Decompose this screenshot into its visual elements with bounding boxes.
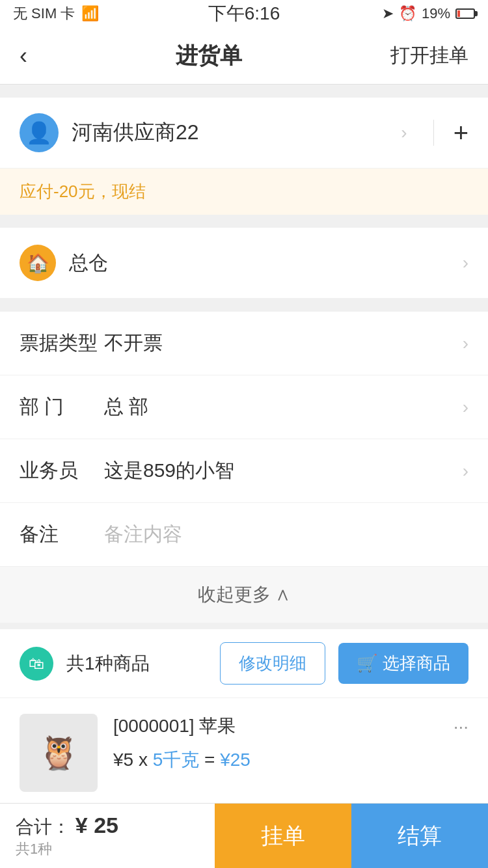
- total-amount: ¥ 25: [75, 813, 118, 837]
- top-divider: [0, 85, 488, 98]
- total-count: 共1种: [16, 839, 199, 859]
- invoice-type-chevron-icon: ›: [463, 333, 468, 354]
- remark-label: 备注: [20, 521, 104, 548]
- products-header: 🛍 共1种商品 修改明细 🛒 选择商品: [0, 629, 488, 698]
- supplier-divider: [433, 120, 434, 146]
- remark-row[interactable]: 备注 备注内容: [0, 503, 488, 567]
- department-chevron-icon: ›: [463, 397, 468, 418]
- page-title: 进货单: [176, 41, 242, 71]
- alarm-icon: ⏰: [399, 5, 416, 22]
- edit-detail-button[interactable]: 修改明细: [220, 642, 325, 685]
- wifi-icon: 📶: [81, 5, 99, 22]
- person-icon: 👤: [26, 120, 52, 145]
- total-label: 合计：: [16, 817, 70, 837]
- product-title: 苹果: [199, 716, 236, 736]
- warehouse-label: 总仓: [69, 250, 463, 277]
- nav-bar: ‹ 进货单 打开挂单: [0, 27, 488, 85]
- divider-2: [0, 299, 488, 312]
- product-equals: =: [199, 750, 220, 770]
- supplier-section: 👤 河南供应商22 › + 应付-20元，现结: [0, 98, 488, 215]
- status-left: 无 SIM 卡 📶: [13, 4, 99, 23]
- product-unit-price: ¥5 x: [113, 750, 153, 770]
- collapse-row[interactable]: 收起更多 ∧: [0, 567, 488, 623]
- supplier-name: 河南供应商22: [72, 118, 401, 147]
- battery-icon: [455, 8, 475, 19]
- product-name: [0000001] 苹果: [113, 714, 438, 739]
- total-row: 合计： ¥ 25: [16, 813, 199, 839]
- salesperson-chevron-icon: ›: [463, 461, 468, 481]
- products-section: 🛍 共1种商品 修改明细 🛒 选择商品 🦉 [0000001] 苹果 ¥5 x …: [0, 629, 488, 807]
- alert-text: 应付-20元，现结: [20, 182, 146, 201]
- divider-1: [0, 215, 488, 228]
- more-icon: ···: [454, 716, 468, 737]
- warehouse-icon-wrapper: 🏠: [20, 245, 56, 281]
- status-right: ➤ ⏰ 19%: [382, 5, 475, 22]
- product-count-icon-wrapper: 🛍: [20, 647, 53, 681]
- location-icon: ➤: [382, 5, 394, 22]
- add-supplier-button[interactable]: +: [454, 118, 468, 148]
- salesperson-row[interactable]: 业务员 这是859的小智 ›: [0, 439, 488, 503]
- product-price-row: ¥5 x 5千克 = ¥25: [113, 748, 438, 772]
- product-quantity: 5千克: [153, 750, 200, 770]
- warehouse-section: 🏠 总仓 ›: [0, 228, 488, 299]
- checkout-button-label: 结算: [398, 821, 442, 851]
- warehouse-chevron-icon: ›: [463, 252, 468, 273]
- hold-button-label: 挂单: [261, 821, 305, 851]
- product-id: [0000001]: [113, 716, 199, 736]
- select-product-label: 选择商品: [383, 652, 450, 675]
- total-section: 合计： ¥ 25 共1种: [0, 804, 215, 868]
- supplier-row[interactable]: 👤 河南供应商22 › +: [0, 98, 488, 169]
- department-row[interactable]: 部 门 总 部 ›: [0, 375, 488, 439]
- department-value: 总 部: [104, 394, 463, 420]
- bottom-bar: 合计： ¥ 25 共1种 挂单 结算: [0, 803, 488, 868]
- supplier-alert-banner: 应付-20元，现结: [0, 169, 488, 215]
- department-label: 部 门: [20, 394, 104, 420]
- product-image-placeholder-icon: 🦉: [38, 734, 79, 772]
- divider-3: [0, 623, 488, 629]
- remark-placeholder: 备注内容: [104, 521, 468, 548]
- invoice-type-value: 不开票: [104, 330, 463, 357]
- warehouse-icon: 🏠: [27, 252, 49, 274]
- back-button[interactable]: ‹: [20, 42, 27, 70]
- salesperson-value: 这是859的小智: [104, 457, 463, 484]
- checkout-button[interactable]: 结算: [351, 804, 488, 868]
- battery-label: 19%: [422, 5, 450, 22]
- status-bar: 无 SIM 卡 📶 下午6:16 ➤ ⏰ 19%: [0, 0, 488, 27]
- form-section: 票据类型 不开票 › 部 门 总 部 › 业务员 这是859的小智 › 备注 备…: [0, 312, 488, 567]
- hold-button[interactable]: 挂单: [215, 804, 351, 868]
- salesperson-label: 业务员: [20, 457, 104, 484]
- invoice-type-row[interactable]: 票据类型 不开票 ›: [0, 312, 488, 375]
- select-product-button[interactable]: 🛒 选择商品: [338, 643, 468, 684]
- cart-icon: 🛒: [357, 653, 377, 673]
- product-info: [0000001] 苹果 ¥5 x 5千克 = ¥25: [113, 714, 438, 772]
- product-item: 🦉 [0000001] 苹果 ¥5 x 5千克 = ¥25 ···: [0, 698, 488, 807]
- product-thumbnail: 🦉: [20, 714, 98, 792]
- supplier-chevron-icon: ›: [401, 122, 407, 143]
- product-total-price: ¥25: [220, 750, 251, 770]
- warehouse-row[interactable]: 🏠 总仓 ›: [0, 228, 488, 299]
- shopping-bag-icon: 🛍: [29, 655, 44, 673]
- collapse-label: 收起更多 ∧: [198, 582, 291, 607]
- status-time: 下午6:16: [208, 1, 280, 26]
- supplier-avatar: 👤: [20, 113, 59, 152]
- product-more-button[interactable]: ···: [454, 716, 468, 737]
- open-hold-button[interactable]: 打开挂单: [390, 42, 468, 69]
- invoice-type-label: 票据类型: [20, 330, 104, 357]
- product-count-text: 共1种商品: [66, 651, 207, 676]
- carrier-label: 无 SIM 卡: [13, 4, 75, 23]
